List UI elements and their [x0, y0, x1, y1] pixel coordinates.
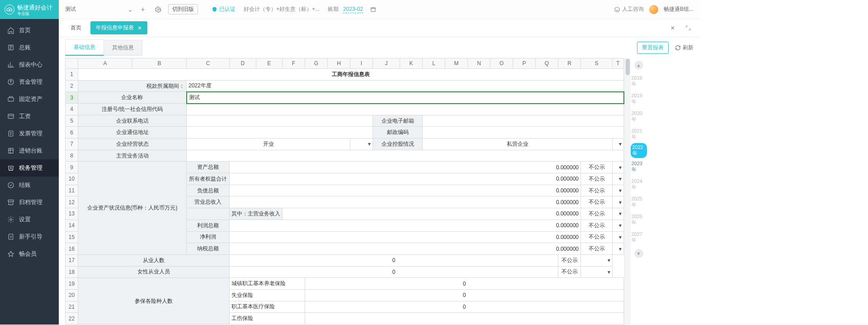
reports-icon: [7, 61, 14, 68]
column-header[interactable]: I: [350, 58, 373, 69]
company-name: 测试: [65, 5, 76, 13]
column-header[interactable]: Q: [536, 58, 558, 69]
sidebar-item-archive[interactable]: 归档管理: [0, 194, 59, 211]
column-header[interactable]: H: [328, 58, 350, 69]
column-header[interactable]: N: [468, 58, 491, 69]
add-button[interactable]: [137, 4, 148, 15]
sidebar-item-reports[interactable]: 报表中心: [0, 56, 59, 73]
sidebar-item-salary[interactable]: 工资: [0, 108, 59, 125]
sidebar-item-settings[interactable]: 设置: [0, 211, 59, 228]
period-value[interactable]: 2023-02: [343, 6, 363, 13]
column-header[interactable]: [66, 58, 78, 69]
company-selector[interactable]: 测试 ⌄: [65, 5, 133, 13]
column-header[interactable]: C: [187, 58, 230, 69]
invoice-icon: [7, 130, 14, 137]
refresh-button[interactable]: 刷新: [675, 44, 693, 52]
certified-badge[interactable]: 已认证: [212, 5, 236, 13]
gear-button[interactable]: [153, 4, 164, 15]
sidebar-item-invoice[interactable]: 发票管理: [0, 125, 59, 142]
sidebar: 畅捷通好会计 专业版 首页总账报表中心资金管理固定资产工资发票管理进销台账税务管…: [0, 0, 59, 325]
dropdown-icon: ▾: [368, 141, 371, 147]
year-down-icon[interactable]: ▼: [634, 249, 643, 258]
main: 测试 ⌄ 切到旧版 已认证 好会计（专）+好生意（标）+... 账期 2023-…: [59, 0, 700, 325]
funds-icon: [7, 78, 14, 86]
svg-point-8: [10, 219, 12, 220]
svg-point-12: [615, 7, 620, 12]
column-header[interactable]: A: [78, 58, 132, 69]
year-option[interactable]: 2024年: [631, 176, 647, 193]
assets-icon: [7, 96, 14, 103]
expand-button[interactable]: [683, 23, 693, 33]
year-option[interactable]: 2019年: [631, 90, 647, 108]
company-name-cell[interactable]: 测试: [187, 92, 624, 104]
sheet-title: 工商年报信息表: [78, 69, 624, 81]
close-all-button[interactable]: ✕: [667, 23, 678, 33]
column-header[interactable]: O: [491, 58, 513, 69]
archive-icon: [7, 199, 14, 206]
sidebar-item-vip[interactable]: 畅会员: [0, 245, 59, 263]
svg-rect-11: [371, 8, 375, 12]
brand-logo[interactable]: 畅捷通好会计 专业版: [0, 0, 59, 19]
year-rail: ▲ 2018年2019年2020年2021年2022年2023年2024年202…: [631, 58, 647, 325]
svg-rect-3: [8, 114, 14, 118]
year-option[interactable]: 2026年: [631, 211, 647, 229]
column-header[interactable]: E: [256, 58, 283, 69]
column-header[interactable]: B: [132, 58, 187, 69]
sidebar-item-ledger[interactable]: 总账: [0, 39, 59, 56]
jinxiao-icon: [7, 147, 14, 154]
home-icon: [7, 27, 14, 34]
column-header[interactable]: G: [305, 58, 328, 69]
username[interactable]: 畅捷通B组...: [664, 5, 693, 13]
settings-icon: [7, 216, 14, 223]
cloud-up-icon: [5, 5, 14, 14]
tax-icon: [7, 164, 14, 172]
switch-old-button[interactable]: 切到旧版: [168, 4, 198, 14]
close-icon: [7, 182, 14, 189]
dropdown-icon: ▾: [619, 141, 622, 147]
tab-home[interactable]: 首页: [65, 21, 87, 34]
column-header[interactable]: K: [400, 58, 423, 69]
column-header[interactable]: P: [513, 58, 536, 69]
column-header[interactable]: D: [230, 58, 256, 69]
year-option[interactable]: 2022年: [631, 143, 647, 158]
year-option[interactable]: 2027年: [631, 229, 647, 246]
topbar: 测试 ⌄ 切到旧版 已认证 好会计（专）+好生意（标）+... 账期 2023-…: [59, 0, 700, 19]
year-option[interactable]: 2023年: [631, 158, 647, 176]
column-header[interactable]: J: [373, 58, 400, 69]
close-icon[interactable]: ✕: [137, 25, 142, 31]
year-option[interactable]: 2020年: [631, 108, 647, 125]
column-header[interactable]: F: [283, 58, 305, 69]
sheet-area: ABCDEFGHIJKLMNOPQRST 1工商年报信息表 2税款所属期间：20…: [59, 58, 700, 325]
sidebar-item-tax[interactable]: 税务管理: [0, 159, 59, 177]
subtabs: 基础信息 其他信息 重置报表 刷新: [59, 37, 700, 58]
spreadsheet[interactable]: ABCDEFGHIJKLMNOPQRST 1工商年报信息表 2税款所属期间：20…: [65, 58, 624, 325]
year-up-icon[interactable]: ▲: [634, 61, 643, 70]
period-label: 账期: [328, 5, 339, 13]
column-header[interactable]: R: [558, 58, 581, 69]
svg-rect-2: [8, 98, 14, 101]
column-header[interactable]: S: [581, 58, 613, 69]
year-option[interactable]: 2021年: [631, 125, 647, 143]
sidebar-item-jinxiao[interactable]: 进销台账: [0, 142, 59, 159]
vertical-scrollbar[interactable]: [624, 58, 631, 325]
column-header[interactable]: T: [613, 58, 624, 69]
sidebar-item-close[interactable]: 结账: [0, 177, 59, 194]
year-option[interactable]: 2025年: [631, 193, 647, 211]
subtab-basic[interactable]: 基础信息: [65, 39, 104, 56]
sidebar-item-guide[interactable]: 新手引导: [0, 228, 59, 245]
column-header[interactable]: L: [423, 58, 445, 69]
svg-rect-9: [9, 234, 13, 239]
sidebar-item-home[interactable]: 首页: [0, 22, 59, 39]
brand-text: 畅捷通好会计 专业版: [17, 4, 52, 16]
avatar[interactable]: [649, 5, 658, 14]
tab-annual-report[interactable]: 年报信息申报表 ✕: [90, 21, 147, 34]
support-link[interactable]: 人工咨询: [614, 5, 644, 13]
svg-rect-7: [8, 200, 14, 201]
period-calendar-icon[interactable]: [368, 4, 378, 15]
sidebar-item-assets[interactable]: 固定资产: [0, 91, 59, 108]
year-option[interactable]: 2018年: [631, 72, 647, 90]
column-header[interactable]: M: [445, 58, 468, 69]
reset-report-button[interactable]: 重置报表: [637, 42, 669, 54]
sidebar-item-funds[interactable]: 资金管理: [0, 73, 59, 91]
subtab-other[interactable]: 其他信息: [104, 40, 142, 56]
